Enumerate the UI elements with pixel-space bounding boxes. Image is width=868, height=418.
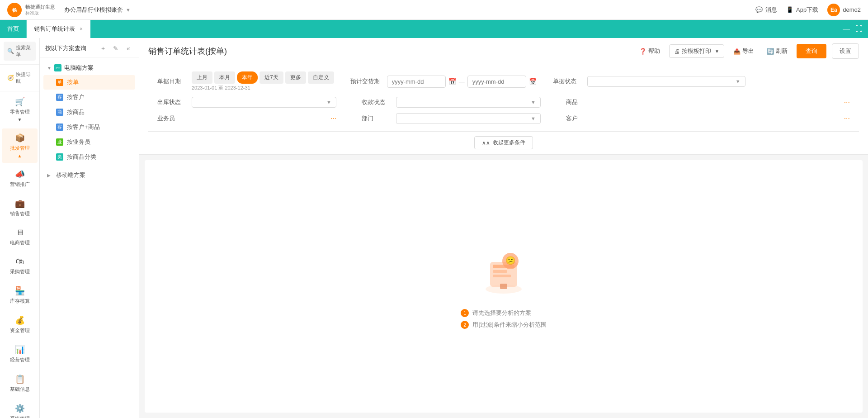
scheme-panel: 按以下方案查询 + ✎ « ▼ PC 电脑端方案 单 按单 xyxy=(40,38,139,418)
date-btn-custom[interactable]: 自定义 xyxy=(308,71,334,84)
payment-status-select[interactable]: ▼ xyxy=(396,97,541,108)
date-label: 单据日期 xyxy=(157,77,184,86)
mobile-scheme-header[interactable]: ▶ 移动端方案 xyxy=(43,168,135,182)
add-scheme-button[interactable]: + xyxy=(98,43,108,53)
quicknav-button[interactable]: 🧭 快捷导航 xyxy=(4,68,36,87)
by-customer-icon: 客 xyxy=(56,94,63,101)
sidebar-item-system[interactable]: ⚙️ 系统管理 xyxy=(2,399,38,418)
tab-close-icon[interactable]: × xyxy=(80,26,83,32)
avatar: Ea xyxy=(827,4,840,16)
date-buttons-row: 上月 本月 本年 近7天 更多 自定义 xyxy=(192,71,334,84)
svg-text:😕: 😕 xyxy=(505,256,516,266)
export-icon: 📤 xyxy=(733,48,741,55)
calendar-end-icon[interactable]: 📅 xyxy=(529,78,537,85)
date-separator: — xyxy=(459,78,465,85)
tab-maximize-icon[interactable]: ⛶ xyxy=(855,25,863,33)
empty-state: 😕 1 请先选择要分析的方案 2 用[过滤]条件来缩小分析范围 xyxy=(145,160,863,413)
by-customer-goods-icon: 客 xyxy=(56,124,63,131)
mobile-group-arrow: ▶ xyxy=(47,173,51,178)
date-btn-last-month[interactable]: 上月 xyxy=(192,71,212,84)
refresh-button[interactable]: 🔄 刷新 xyxy=(763,45,791,57)
help-button[interactable]: ❓ 帮助 xyxy=(636,45,664,57)
edit-scheme-button[interactable]: ✎ xyxy=(111,43,121,53)
scheme-item-by-customer-goods[interactable]: 客 按客户+商品 xyxy=(43,120,135,134)
content-title-bar: 销售订单统计表(按单) ❓ 帮助 🖨 按模板打印 ▼ 📤 导出 xyxy=(148,43,859,59)
collapse-button[interactable]: ∧∧ 收起更多条件 xyxy=(474,136,533,149)
sidebar-item-sales[interactable]: 💼 销售管理 xyxy=(2,194,38,222)
date-btn-this-year[interactable]: 本年 xyxy=(237,71,258,84)
by-goods-icon: 商 xyxy=(56,109,63,116)
tab-home[interactable]: 首页 xyxy=(0,20,27,38)
top-bar-left: 畅 畅捷通好生意 标准版 办公用品行业模拟账套 ▼ xyxy=(7,3,134,17)
tip-num-1: 1 xyxy=(461,309,469,317)
collapse-up-icon: ∧∧ xyxy=(482,140,490,146)
goods-more-icon[interactable]: ··· xyxy=(844,98,850,106)
chevron-down-icon: ▼ xyxy=(126,7,131,13)
sidebar-item-purchase[interactable]: 🛍 采购管理 xyxy=(2,252,38,280)
department-select[interactable]: ▼ xyxy=(396,113,541,124)
system-icon: ⚙️ xyxy=(15,404,25,413)
user-area[interactable]: Ea demo2 xyxy=(827,4,861,16)
company-selector[interactable]: 办公用品行业模拟账套 ▼ xyxy=(61,4,134,16)
date-btn-this-month[interactable]: 本月 xyxy=(214,71,235,84)
tip-num-2: 2 xyxy=(461,321,469,329)
shipping-status-select[interactable]: ▼ xyxy=(192,97,336,108)
sidebar-item-marketing[interactable]: 📣 营销推广 xyxy=(2,165,38,192)
logo-text: 畅捷通好生意 标准版 xyxy=(25,4,55,16)
inventory-icon: 🏪 xyxy=(15,286,25,296)
date-btn-last7[interactable]: 近7天 xyxy=(259,71,283,84)
svg-text:PC: PC xyxy=(56,66,60,70)
sidebar-quicknav: 🧭 快捷导航 xyxy=(0,65,39,91)
collapse-panel-button[interactable]: « xyxy=(123,43,133,53)
delivery-date-end[interactable] xyxy=(467,76,526,88)
ecommerce-icon: 🖥 xyxy=(16,228,24,238)
settings-button[interactable]: 设置 xyxy=(832,43,859,59)
payment-status-arrow: ▼ xyxy=(531,100,536,105)
sidebar-item-finance[interactable]: 💰 资金管理 xyxy=(2,311,38,338)
sidebar-item-basic[interactable]: 📋 基础信息 xyxy=(2,370,38,397)
message-action[interactable]: 💬 消息 xyxy=(755,6,777,14)
svg-text:畅: 畅 xyxy=(12,8,17,13)
payment-status-label: 收款状态 xyxy=(362,98,389,106)
department-arrow: ▼ xyxy=(531,116,536,121)
department-label: 部门 xyxy=(362,114,389,123)
content-area: 销售订单统计表(按单) ❓ 帮助 🖨 按模板打印 ▼ 📤 导出 xyxy=(139,38,868,418)
mobile-scheme-group: ▶ 移动端方案 xyxy=(40,165,139,182)
sidebar-item-wholesale[interactable]: 📦 批发管理 ▲ xyxy=(2,128,38,163)
app-download-action[interactable]: 📱 App下载 xyxy=(786,6,818,14)
search-menu-button[interactable]: 🔍 搜索菜单 xyxy=(4,42,36,61)
main-layout: 🔍 搜索菜单 🧭 快捷导航 🛒 零售管理 ▼ 📦 批发管理 ▲ 📣 营销推广 💼 xyxy=(0,38,868,418)
query-button[interactable]: 查询 xyxy=(797,44,826,58)
delivery-date-start[interactable] xyxy=(387,76,446,88)
tab-sales-order-stats[interactable]: 销售订单统计表 × xyxy=(27,20,90,38)
salesperson-more-icon[interactable]: ··· xyxy=(330,114,336,123)
basic-icon: 📋 xyxy=(15,374,25,384)
filter-row-2: 出库状态 ▼ 收款状态 ▼ 商品 ··· xyxy=(157,97,850,108)
date-btn-more[interactable]: 更多 xyxy=(285,71,306,84)
sidebar: 🔍 搜索菜单 🧭 快捷导航 🛒 零售管理 ▼ 📦 批发管理 ▲ 📣 营销推广 💼 xyxy=(0,38,40,418)
sidebar-item-operations[interactable]: 📊 经营管理 xyxy=(2,340,38,368)
order-status-select[interactable]: ▼ xyxy=(587,76,745,87)
shipping-status-label: 出库状态 xyxy=(157,98,184,106)
finance-icon: 💰 xyxy=(15,315,25,325)
tab-minimize-icon[interactable]: — xyxy=(843,25,850,33)
calendar-start-icon[interactable]: 📅 xyxy=(448,78,456,85)
scheme-item-by-order[interactable]: 单 按单 xyxy=(43,75,135,90)
sidebar-item-inventory[interactable]: 🏪 库存核算 xyxy=(2,281,38,309)
svg-rect-8 xyxy=(493,275,511,277)
export-button[interactable]: 📤 导出 xyxy=(730,45,758,57)
print-button[interactable]: 🖨 按模板打印 ▼ xyxy=(669,44,724,58)
header-actions: ❓ 帮助 🖨 按模板打印 ▼ 📤 导出 🔄 刷新 xyxy=(636,43,859,59)
customer-label: 客户 xyxy=(566,114,593,123)
operations-icon: 📊 xyxy=(15,345,25,355)
order-status-arrow: ▼ xyxy=(736,79,741,84)
scheme-item-by-category[interactable]: 类 按商品分类 xyxy=(43,150,135,164)
scheme-item-by-goods[interactable]: 商 按商品 xyxy=(43,105,135,119)
scheme-item-by-salesperson[interactable]: 业 按业务员 xyxy=(43,135,135,149)
scheme-item-by-customer[interactable]: 客 按客户 xyxy=(43,90,135,104)
sidebar-item-retail[interactable]: 🛒 零售管理 ▼ xyxy=(2,92,38,127)
pc-scheme-group-header[interactable]: ▼ PC 电脑端方案 xyxy=(43,61,135,75)
sidebar-item-ecommerce[interactable]: 🖥 电商管理 xyxy=(2,223,38,251)
customer-more-icon[interactable]: ··· xyxy=(844,114,850,123)
content-header: 销售订单统计表(按单) ❓ 帮助 🖨 按模板打印 ▼ 📤 导出 xyxy=(139,38,868,155)
